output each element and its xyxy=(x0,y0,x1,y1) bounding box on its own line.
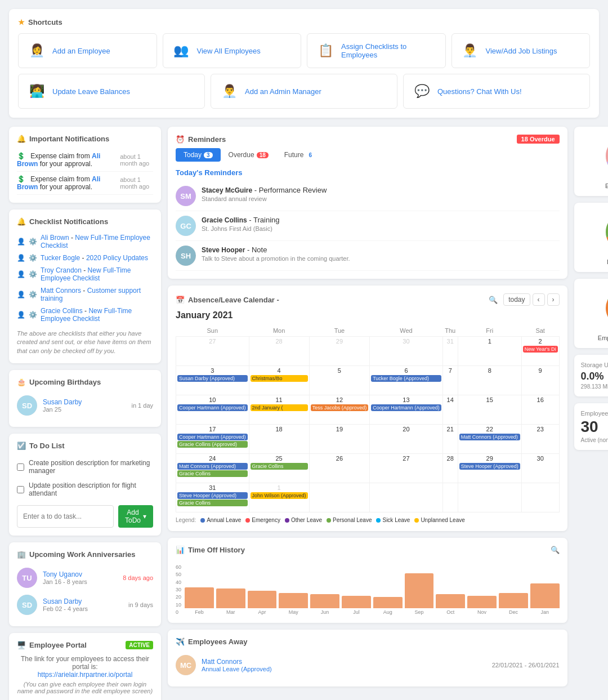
legend-dot-personal xyxy=(327,518,331,523)
bar-label: Jun xyxy=(321,609,329,615)
cal-event: Cooper Hartmann (Approved) xyxy=(177,434,248,440)
todo-input[interactable] xyxy=(17,505,114,528)
reminder-text-1: Gracie Collins - Training St. Johns Firs… xyxy=(202,216,280,232)
shortcut-job-listings[interactable]: 👨‍💼 View/Add Job Listings xyxy=(451,33,591,68)
cal-header-wed: Wed xyxy=(370,325,443,337)
calendar-header: 📅 Absence/Leave Calendar - 🔍 today ‹ › xyxy=(176,293,560,306)
chat-icon: 💬 xyxy=(412,81,432,101)
leave-balances-icon: 👩‍💻 xyxy=(26,81,47,101)
bar xyxy=(342,596,371,609)
add-todo-button[interactable]: Add ToDo ▾ xyxy=(118,505,153,528)
employee-mix-card[interactable]: Employee Mix xyxy=(574,127,608,196)
shortcut-add-employee[interactable]: 👩‍💼 Add an Employee xyxy=(18,33,157,68)
tab-future[interactable]: Future 6 xyxy=(276,148,323,162)
legend-unplanned: Unplanned Leave xyxy=(414,517,464,523)
anniv-initials-1: SD xyxy=(17,595,37,615)
portal-body-text: The link for your employees to access th… xyxy=(17,655,153,671)
employment-status-label: Employment Status xyxy=(581,335,608,341)
away-title: ✈️ Employees Away xyxy=(176,637,560,646)
employee-mix-chart xyxy=(602,133,608,179)
checklist-person-3[interactable]: Matt Connors xyxy=(41,287,81,295)
timeoff-search-icon[interactable]: 🔍 xyxy=(551,546,560,554)
checklist-item-0: 👤 ⚙️ Ali Brown - New Full-Time Employee … xyxy=(17,231,153,252)
checklist-person-2[interactable]: Troy Crandon xyxy=(41,266,82,274)
tab-today[interactable]: Today 3 xyxy=(176,148,221,162)
shortcuts-card: ★ Shortcuts 👩‍💼 Add an Employee 👥 View A… xyxy=(9,9,599,118)
reminder-avatar-0: SM xyxy=(176,186,196,206)
away-type-0: Annual Leave (Approved) xyxy=(202,666,486,672)
shortcut-chat[interactable]: 💬 Questions? Chat With Us! xyxy=(403,74,590,109)
storage-sub: 298.133 MB out of 1000 MB xyxy=(581,384,608,390)
employment-status-card[interactable]: Employment Status xyxy=(574,279,608,348)
cal-event: Tess Jacobs (Approved) xyxy=(311,404,369,411)
anniv-date-1: Feb 02 - 4 years xyxy=(43,605,123,612)
notif-link-2[interactable]: Ali Brown xyxy=(17,175,100,191)
cal-cell: 13Cooper Hartmann (Approved) xyxy=(370,395,443,425)
calendar-prev-btn[interactable]: ‹ xyxy=(533,293,545,306)
todo-icon: ☑️ xyxy=(17,442,26,450)
birthdays-card: 🎂 Upcoming Birthdays SD Susan Darby Jan … xyxy=(9,370,161,427)
legend-dot-unplanned xyxy=(414,518,419,523)
avatar-initials-0: SD xyxy=(17,395,37,416)
calendar-today-btn[interactable]: today xyxy=(503,293,530,306)
notif-text-1: 💲 Expense claim from Ali Brown for your … xyxy=(17,152,120,168)
away-dates-0: 22/01/2021 - 26/01/2021 xyxy=(492,662,560,668)
birthdays-title: 🎂 Upcoming Birthdays xyxy=(17,378,153,386)
cal-cell: 18 xyxy=(249,425,309,454)
bar-wrap: Oct xyxy=(436,564,465,615)
cal-cell: 2New Year's Di xyxy=(521,337,559,366)
calendar-table: Sun Mon Tue Wed Thu Fri Sat 27 28 xyxy=(176,325,560,512)
checklist-title: 🔔 Checklist Notifications xyxy=(17,217,153,226)
anniv-name-1[interactable]: Susan Darby xyxy=(43,598,123,605)
checklist-person-4[interactable]: Gracie Collins xyxy=(41,307,83,315)
bar-label: Dec xyxy=(509,609,518,615)
todo-checkbox-1[interactable] xyxy=(17,486,24,493)
notifications-card: 🔔 Important Notifications 💲 Expense clai… xyxy=(9,127,161,203)
todo-input-row: Add ToDo ▾ xyxy=(17,505,153,528)
bar xyxy=(405,573,434,609)
away-item-0: MC Matt Connors Annual Leave (Approved) … xyxy=(176,652,560,679)
bar xyxy=(216,588,245,608)
job-listings-icon: 👨‍💼 xyxy=(460,41,480,61)
notif-icon-2: 💲 xyxy=(17,175,25,183)
bar xyxy=(373,597,403,608)
cal-cell: 30 xyxy=(521,454,559,483)
tab-overdue[interactable]: Overdue 18 xyxy=(221,148,276,162)
shortcut-view-employees[interactable]: 👥 View All Employees xyxy=(163,33,302,68)
shortcut-leave-balances[interactable]: 👩‍💻 Update Leave Balances xyxy=(18,74,205,109)
birthday-name-0[interactable]: Susan Darby xyxy=(43,398,126,406)
cal-cell: 10Cooper Hartmann (Approved) xyxy=(176,395,249,425)
shortcut-add-admin[interactable]: 👨‍💼 Add an Admin Manager xyxy=(211,74,397,109)
bar-label: Apr xyxy=(258,609,266,615)
storage-card: Storage Used 0.0% 298.133 MB out of 1000… xyxy=(574,355,608,396)
cal-row-1: 3Susan Darby (Approved) 4Christmas/Bo 5 … xyxy=(176,366,560,395)
bar-wrap: May xyxy=(279,564,308,615)
timeoff-card: 📊 Time Off History 🔍 60 50 40 30 20 10 0 xyxy=(168,538,567,623)
cal-event: Gracie Collins xyxy=(177,500,248,506)
storage-value: 0.0% xyxy=(581,371,608,382)
notif-link-1[interactable]: Ali Brown xyxy=(17,152,100,168)
departments-card[interactable]: Departments xyxy=(574,203,608,272)
checklist-person-1[interactable]: Tucker Bogle xyxy=(41,254,80,262)
todo-checkbox-0[interactable] xyxy=(17,463,24,471)
anniv-name-0[interactable]: Tony Uganov xyxy=(43,570,117,578)
shortcut-job-listings-label: View/Add Job Listings xyxy=(486,47,557,55)
birthday-date-0: Jan 25 xyxy=(43,406,126,413)
calendar-search-icon[interactable]: 🔍 xyxy=(489,296,498,304)
cal-header-sun: Sun xyxy=(176,325,249,337)
notification-item: 💲 Expense claim from Ali Brown for your … xyxy=(17,149,153,172)
checklist-link-1[interactable]: 2020 Policy Updates xyxy=(86,254,148,262)
away-name-0[interactable]: Matt Connors xyxy=(202,658,486,666)
storage-title: Storage Used xyxy=(581,362,608,368)
portal-link[interactable]: https://arielair.hrpartner.io/portal xyxy=(38,671,133,679)
todo-text-1: Update position description for flight a… xyxy=(29,481,153,497)
portal-title: 🖥️ Employee Portal xyxy=(17,641,87,649)
reminder-name-0: Stacey McGuire xyxy=(202,186,252,194)
checklist-person-0[interactable]: Ali Brown xyxy=(41,234,69,242)
calendar-next-btn[interactable]: › xyxy=(547,293,560,306)
bar-wrap: Apr xyxy=(248,564,277,615)
shortcut-assign-checklists[interactable]: 📋 Assign Checklists to Employees xyxy=(307,33,446,68)
checklist-note: The above are checklists that either you… xyxy=(17,329,153,355)
cal-cell: 19 xyxy=(309,425,370,454)
checklist-item-3: 👤 ⚙️ Matt Connors - Customer support tra… xyxy=(17,284,153,305)
